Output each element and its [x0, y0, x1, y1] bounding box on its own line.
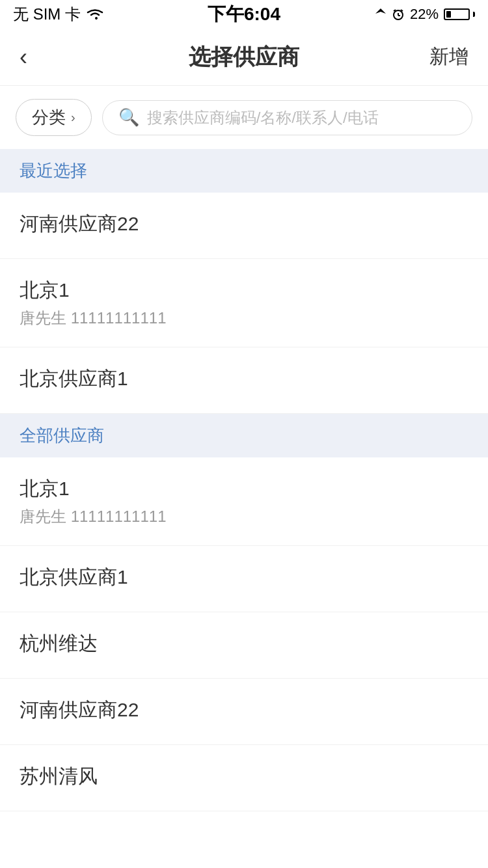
- item-name: 北京1: [20, 277, 468, 304]
- nav-bar: ‹ 选择供应商 新增: [0, 29, 488, 86]
- status-left: 无 SIM 卡: [13, 4, 104, 25]
- section-header-1: 全部供应商: [0, 414, 488, 457]
- category-label: 分类: [32, 106, 66, 129]
- battery-tip: [473, 12, 475, 17]
- item-name: 北京供应商1: [20, 564, 468, 591]
- search-icon: 🔍: [118, 107, 139, 128]
- list-item[interactable]: 杭州维达: [0, 612, 488, 679]
- list-item[interactable]: 河南供应商22: [0, 679, 488, 745]
- sim-text: 无 SIM 卡: [13, 4, 81, 25]
- battery-percent: 22%: [410, 6, 439, 23]
- list-item[interactable]: 北京供应商1: [0, 546, 488, 612]
- item-name: 北京1: [20, 476, 468, 502]
- category-button[interactable]: 分类 ›: [16, 99, 92, 136]
- page-title: 选择供应商: [189, 42, 299, 72]
- list-item[interactable]: 北京1唐先生 11111111111: [0, 457, 488, 546]
- list-item[interactable]: 北京1唐先生 11111111111: [0, 259, 488, 347]
- chevron-right-icon: ›: [71, 110, 75, 125]
- item-name: 杭州维达: [20, 631, 468, 657]
- battery-box: [444, 8, 475, 20]
- section-header-0: 最近选择: [0, 149, 488, 193]
- list-item[interactable]: 河南供应商22: [0, 193, 488, 259]
- search-placeholder: 搜索供应商编码/名称/联系人/电话: [147, 107, 379, 128]
- item-name: 苏州清风: [20, 763, 468, 790]
- filter-bar: 分类 › 🔍 搜索供应商编码/名称/联系人/电话: [0, 86, 488, 149]
- back-button[interactable]: ‹: [20, 44, 59, 71]
- list-item[interactable]: 苏州清风: [0, 745, 488, 811]
- location-icon: [375, 8, 386, 21]
- item-name: 河南供应商22: [20, 697, 468, 724]
- add-button[interactable]: 新增: [429, 44, 468, 70]
- wifi-icon: [86, 8, 104, 21]
- list-item[interactable]: 北京供应商1: [0, 347, 488, 414]
- status-bar: 无 SIM 卡 下午6:04 22%: [0, 0, 488, 29]
- sections-container: 最近选择河南供应商22北京1唐先生 11111111111北京供应商1全部供应商…: [0, 149, 488, 811]
- status-time: 下午6:04: [208, 2, 280, 27]
- alarm-icon: [392, 8, 405, 21]
- item-name: 河南供应商22: [20, 211, 468, 237]
- item-name: 北京供应商1: [20, 366, 468, 392]
- status-right: 22%: [375, 6, 475, 23]
- item-sub: 唐先生 11111111111: [20, 308, 468, 329]
- item-sub: 唐先生 11111111111: [20, 506, 468, 527]
- battery-rect: [444, 8, 470, 20]
- search-box[interactable]: 🔍 搜索供应商编码/名称/联系人/电话: [102, 100, 472, 135]
- battery-fill: [446, 11, 451, 18]
